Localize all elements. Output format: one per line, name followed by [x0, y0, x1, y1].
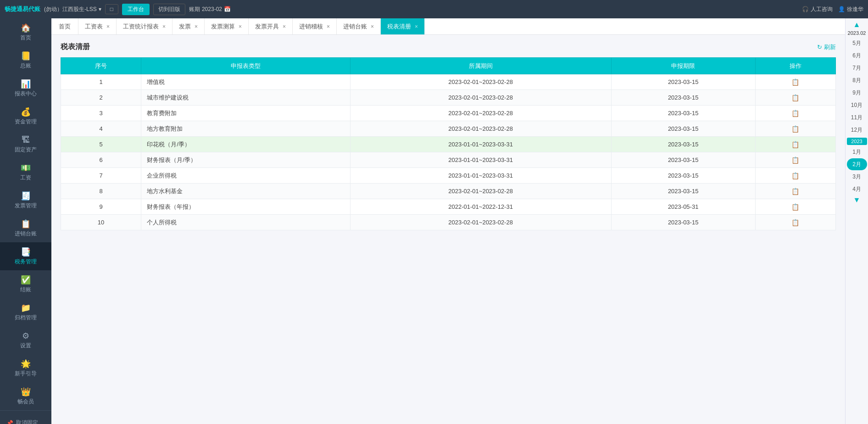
cell-period-2: 2023-02-01~2023-02-28: [350, 106, 611, 121]
action-icon-7[interactable]: 📋: [791, 188, 799, 195]
sidebar-item-2[interactable]: 📊 报表中心: [0, 74, 51, 102]
refresh-button[interactable]: ↻ 刷新: [817, 43, 836, 51]
col-header-2: 所属期间: [350, 58, 611, 74]
tab-1[interactable]: 工资表×: [78, 18, 117, 35]
cell-type-4: 印花税（月/季）: [141, 137, 351, 152]
tab-close-1[interactable]: ×: [106, 23, 110, 30]
sidebar-icon-4: 🏗: [22, 136, 30, 144]
sidebar-item-1[interactable]: 📒 总账: [0, 46, 51, 74]
tab-close-7[interactable]: ×: [371, 23, 374, 30]
tab-4[interactable]: 发票测算×: [205, 18, 249, 35]
tab-close-2[interactable]: ×: [162, 23, 166, 30]
copy-button[interactable]: □: [105, 4, 118, 14]
sidebar-item-0[interactable]: 🏠 首页: [0, 18, 51, 46]
table-row: 9 财务报表（年报） 2022-01-01~2022-12-31 2023-05…: [61, 199, 836, 215]
cell-action-3[interactable]: 📋: [755, 121, 835, 137]
cell-action-9[interactable]: 📋: [755, 215, 835, 230]
cal-month-2[interactable]: 3月: [847, 171, 867, 183]
cell-action-4[interactable]: 📋: [755, 137, 835, 152]
cell-declare-8: 2023-05-31: [611, 199, 755, 215]
sidebar-icon-3: 💰: [21, 108, 31, 116]
tab-7[interactable]: 进销台账×: [337, 18, 381, 35]
tab-label-7: 进销台账: [343, 22, 367, 31]
workbench-button[interactable]: 工作台: [122, 4, 150, 15]
tab-2[interactable]: 工资统计报表×: [117, 18, 172, 35]
table-row: 5 印花税（月/季） 2023-01-01~2023-03-31 2023-03…: [61, 137, 836, 152]
cal-prev-month-4[interactable]: 9月: [847, 87, 867, 99]
cell-action-2[interactable]: 📋: [755, 106, 835, 121]
sidebar-icon-12: 🌟: [21, 360, 31, 368]
sidebar-item-13[interactable]: 👑 畅会员: [0, 382, 51, 410]
cal-prev-month-1[interactable]: 6月: [847, 50, 867, 61]
sidebar-label-13: 畅会员: [17, 398, 34, 406]
table-row: 1 增值税 2023-02-01~2023-02-28 2023-03-15 📋: [61, 74, 836, 90]
cal-prev-month-3[interactable]: 8月: [847, 74, 867, 86]
sidebar-item-8[interactable]: 📑 税务管理: [0, 242, 51, 270]
sidebar-icon-1: 📒: [21, 52, 31, 60]
cal-month-3[interactable]: 4月: [847, 183, 867, 195]
sidebar-item-10[interactable]: 📁 归档管理: [0, 298, 51, 326]
cal-prev-month-2[interactable]: 7月: [847, 62, 867, 74]
action-icon-4[interactable]: 📋: [791, 141, 799, 148]
ai-consult-button[interactable]: 🎧 人工咨询: [802, 6, 833, 13]
action-icon-0[interactable]: 📋: [791, 78, 799, 86]
sidebar-label-0: 首页: [20, 34, 31, 42]
cell-type-0: 增值税: [141, 74, 351, 90]
tab-3[interactable]: 发票×: [172, 18, 205, 35]
action-icon-8[interactable]: 📋: [791, 203, 799, 211]
action-icon-2[interactable]: 📋: [791, 110, 799, 117]
cell-seq-4: 5: [61, 137, 141, 152]
tab-label-1: 工资表: [85, 22, 103, 31]
tab-label-2: 工资统计报表: [123, 22, 159, 31]
sidebar-item-4[interactable]: 🏗 固定资产: [0, 130, 51, 158]
cell-period-0: 2023-02-01~2023-02-28: [350, 74, 611, 90]
action-icon-5[interactable]: 📋: [791, 156, 799, 164]
company-selector[interactable]: (勿动）江西股生-LSS ▾: [44, 6, 101, 13]
user-menu[interactable]: 👤 徐逢华: [838, 6, 863, 13]
tab-close-8[interactable]: ×: [415, 23, 418, 30]
sidebar-label-2: 报表中心: [15, 90, 37, 98]
tab-close-5[interactable]: ×: [283, 23, 286, 30]
calendar-header: 2023.02: [848, 29, 866, 37]
tab-close-3[interactable]: ×: [195, 23, 198, 30]
cell-action-0[interactable]: 📋: [755, 74, 835, 90]
sidebar-item-3[interactable]: 💰 资金管理: [0, 102, 51, 130]
calendar-icon[interactable]: 📅: [224, 6, 231, 12]
cal-month-0[interactable]: 1月: [847, 146, 867, 158]
sidebar-item-11[interactable]: ⚙ 设置: [0, 326, 51, 354]
tab-0[interactable]: 首页: [51, 18, 78, 35]
calendar-up-button[interactable]: ▲: [846, 20, 868, 29]
cell-action-7[interactable]: 📋: [755, 184, 835, 199]
action-icon-3[interactable]: 📋: [791, 125, 799, 133]
tab-label-5: 发票开具: [255, 22, 279, 31]
tab-5[interactable]: 发票开具×: [249, 18, 293, 35]
switch-old-button[interactable]: 切到旧版: [153, 4, 185, 15]
unpin-button[interactable]: 📌 取消固定: [0, 415, 51, 424]
sidebar-item-9[interactable]: ✅ 结账: [0, 270, 51, 298]
sidebar-item-12[interactable]: 🌟 新手引导: [0, 354, 51, 382]
tab-close-6[interactable]: ×: [327, 23, 330, 30]
calendar-down-button[interactable]: ▼: [846, 195, 868, 205]
action-icon-6[interactable]: 📋: [791, 172, 799, 179]
sidebar-item-6[interactable]: 🧾 发票管理: [0, 186, 51, 214]
cell-action-5[interactable]: 📋: [755, 152, 835, 168]
cell-seq-6: 7: [61, 168, 141, 184]
cal-prev-month-7[interactable]: 12月: [847, 124, 867, 136]
cell-type-2: 教育费附加: [141, 106, 351, 121]
cal-month-1[interactable]: 2月: [847, 158, 867, 170]
cal-prev-month-0[interactable]: 5月: [847, 37, 867, 49]
tab-8[interactable]: 税表清册×: [381, 18, 425, 35]
cell-action-1[interactable]: 📋: [755, 90, 835, 106]
tab-close-4[interactable]: ×: [239, 23, 242, 30]
cell-action-6[interactable]: 📋: [755, 168, 835, 184]
cell-action-8[interactable]: 📋: [755, 199, 835, 215]
action-icon-1[interactable]: 📋: [791, 94, 799, 101]
sidebar-item-7[interactable]: 📋 进销台账: [0, 214, 51, 242]
sidebar-item-5[interactable]: 💵 工资: [0, 158, 51, 186]
tab-6[interactable]: 进销稽核×: [293, 18, 337, 35]
sidebar-icon-13: 👑: [21, 388, 31, 396]
cal-prev-month-6[interactable]: 11月: [847, 112, 867, 123]
action-icon-9[interactable]: 📋: [791, 219, 799, 226]
main-layout: 🏠 首页 📒 总账 📊 报表中心 💰 资金管理 🏗 固定资产 💵 工资 🧾 发票…: [0, 18, 868, 424]
cal-prev-month-5[interactable]: 10月: [847, 99, 867, 111]
